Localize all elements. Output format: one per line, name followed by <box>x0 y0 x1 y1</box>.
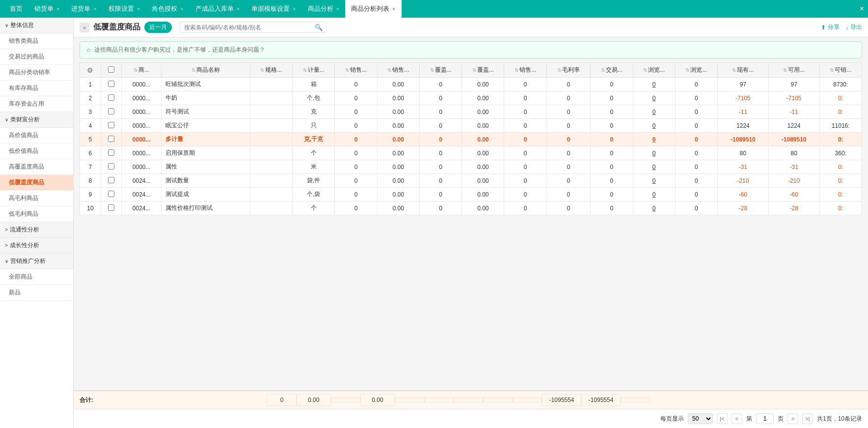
sidebar-section-growth[interactable]: > 成长性分析 <box>0 238 73 254</box>
nav-tab-permissions[interactable]: 权限设置 × <box>103 0 146 18</box>
search-box[interactable]: 🔍 <box>180 22 327 33</box>
row-browse1[interactable]: 0 <box>633 119 675 133</box>
row-checkbox[interactable] <box>101 91 121 105</box>
row-browse1[interactable]: 0 <box>633 160 675 174</box>
collapse-sidebar-button[interactable]: « <box>80 23 89 32</box>
row-code: 0000... <box>122 119 162 133</box>
cover2-col-header[interactable]: ⇅覆盖... <box>462 63 504 78</box>
export-button[interactable]: ↓ 导出 <box>845 23 862 31</box>
unit-col-header[interactable]: ⇅计量... <box>293 63 335 78</box>
sales-amt-col-header[interactable]: ⇅销售... <box>377 63 419 78</box>
sidebar-item-low-value[interactable]: 低价值商品 <box>0 143 73 159</box>
share-button[interactable]: ⬆ 分享 <box>821 23 840 31</box>
row-browse1[interactable]: 0 <box>633 174 675 188</box>
products-table: ⚙ ⇅商... ⇅商品名称 ⇅规格... ⇅计量... ⇅销售... ⇅销售..… <box>80 62 862 215</box>
sidebar-item-all-products[interactable]: 全部商品 <box>0 269 73 285</box>
row-checkbox[interactable] <box>101 133 121 146</box>
nav-tab-sales[interactable]: 销货单 × <box>28 0 65 18</box>
prev-page-button[interactable]: < <box>732 413 742 424</box>
row-checkbox[interactable] <box>101 78 121 91</box>
row-browse1[interactable]: 0 <box>633 105 675 119</box>
row-browse1[interactable]: 0 <box>633 78 675 91</box>
sidebar-item-low-coverage[interactable]: 低覆盖度商品 <box>0 175 73 191</box>
sidebar-item-stock-capital[interactable]: 库存资金占用 <box>0 96 73 112</box>
sidebar-item-high-value[interactable]: 高价值商品 <box>0 128 73 143</box>
page-size-select[interactable]: 50 10 20 100 <box>688 413 713 424</box>
next-page-button[interactable]: > <box>787 413 798 424</box>
first-page-button[interactable]: |< <box>717 413 728 424</box>
table-row: 5 0000... 多计量 克,千克 0 0.00 0 0.00 0 0 0 0… <box>80 133 862 146</box>
gross-col-header[interactable]: ⇅毛利率 <box>546 63 591 78</box>
row-spec <box>250 188 292 201</box>
sales3-col-header[interactable]: ⇅销售... <box>504 63 546 78</box>
close-permissions-tab[interactable]: × <box>137 6 140 12</box>
sidebar-section-wealth[interactable]: ∨ 类财富分析 <box>0 112 73 128</box>
settings-icon[interactable]: ⚙ <box>87 66 93 74</box>
close-analysis-tab[interactable]: × <box>336 6 339 12</box>
row-checkbox[interactable] <box>101 201 121 215</box>
usable-col-header[interactable]: ⇅可用... <box>768 63 819 78</box>
sidebar-section-circulation[interactable]: > 流通性分析 <box>0 222 73 238</box>
sidebar-item-sales-products[interactable]: 销售类商品 <box>0 33 73 49</box>
close-template-tab[interactable]: × <box>293 6 296 12</box>
row-cover1: 0 <box>419 133 461 146</box>
row-browse1[interactable]: 0 <box>633 133 675 146</box>
row-unit: 个,包 <box>293 91 335 105</box>
close-roles-tab[interactable]: × <box>180 6 183 12</box>
row-browse1[interactable]: 0 <box>633 91 675 105</box>
row-checkbox[interactable] <box>101 188 121 201</box>
table-container[interactable]: ⚙ ⇅商... ⇅商品名称 ⇅规格... ⇅计量... ⇅销售... ⇅销售..… <box>80 62 862 390</box>
browse1-col-header[interactable]: ⇅浏览... <box>633 63 675 78</box>
row-checkbox[interactable] <box>101 119 121 133</box>
nav-tab-roles[interactable]: 角色授权 × <box>146 0 189 18</box>
close-sales-tab[interactable]: × <box>56 6 59 12</box>
row-browse2: 0 <box>675 201 717 215</box>
nav-tab-analysis-list[interactable]: 商品分析列表 × <box>345 0 401 18</box>
nav-tab-warehouse[interactable]: 产成品入库单 × <box>190 0 245 18</box>
row-cover2: 0.00 <box>462 188 504 201</box>
last-page-button[interactable]: >| <box>802 413 813 424</box>
sellable-col-header[interactable]: ⇅可销... <box>819 63 862 78</box>
cover1-col-header[interactable]: ⇅覆盖... <box>419 63 461 78</box>
sales-qty-col-header[interactable]: ⇅销售... <box>335 63 377 78</box>
nav-tab-template[interactable]: 单据模板设置 × <box>245 0 301 18</box>
sidebar-item-low-margin[interactable]: 低毛利商品 <box>0 206 73 222</box>
row-checkbox[interactable] <box>101 146 121 160</box>
close-purchase-tab[interactable]: × <box>93 6 96 12</box>
current-col-header[interactable]: ⇅现有... <box>718 63 769 78</box>
select-all-checkbox[interactable] <box>108 66 114 73</box>
row-browse1[interactable]: 0 <box>633 146 675 160</box>
trans-col-header[interactable]: ⇅交易... <box>591 63 633 78</box>
nav-tab-home[interactable]: 首页 <box>4 0 28 18</box>
sidebar-item-high-coverage[interactable]: 高覆盖度商品 <box>0 159 73 175</box>
spec-col-header[interactable]: ⇅规格... <box>250 63 292 78</box>
window-close-button[interactable]: × <box>860 4 864 13</box>
close-analysis-list-tab[interactable]: × <box>392 6 395 12</box>
row-unit: 只 <box>293 119 335 133</box>
search-input[interactable] <box>184 24 315 31</box>
row-checkbox[interactable] <box>101 160 121 174</box>
nav-tab-purchase[interactable]: 进货单 × <box>65 0 102 18</box>
checkbox-col-header[interactable] <box>101 63 121 78</box>
code-col-header[interactable]: ⇅商... <box>122 63 162 78</box>
sidebar-item-traded-products[interactable]: 交易过的商品 <box>0 49 73 65</box>
row-checkbox[interactable] <box>101 174 121 188</box>
settings-col-header[interactable]: ⚙ <box>80 63 101 78</box>
sidebar-section-overall[interactable]: ∨ 整体信息 <box>0 18 73 33</box>
row-browse1[interactable]: 0 <box>633 201 675 215</box>
sidebar-item-new-products[interactable]: 新品 <box>0 285 73 301</box>
row-browse1[interactable]: 0 <box>633 188 675 201</box>
close-warehouse-tab[interactable]: × <box>237 6 240 12</box>
sidebar-item-stock-products[interactable]: 有库存商品 <box>0 81 73 96</box>
browse2-col-header[interactable]: ⇅浏览... <box>675 63 717 78</box>
period-button[interactable]: 近一月 <box>144 22 172 33</box>
row-checkbox[interactable] <box>101 105 121 119</box>
sidebar-item-category-rate[interactable]: 商品分类动销率 <box>0 65 73 81</box>
page-number-input[interactable] <box>756 413 774 424</box>
sidebar-item-high-margin[interactable]: 高毛利商品 <box>0 191 73 206</box>
nav-tab-analysis[interactable]: 商品分析 × <box>302 0 345 18</box>
name-col-header[interactable]: ⇅商品名称 <box>162 63 250 78</box>
sidebar-section-marketing[interactable]: ∨ 营销推广分析 <box>0 254 73 269</box>
row-spec <box>250 160 292 174</box>
row-code: 0000... <box>122 78 162 91</box>
